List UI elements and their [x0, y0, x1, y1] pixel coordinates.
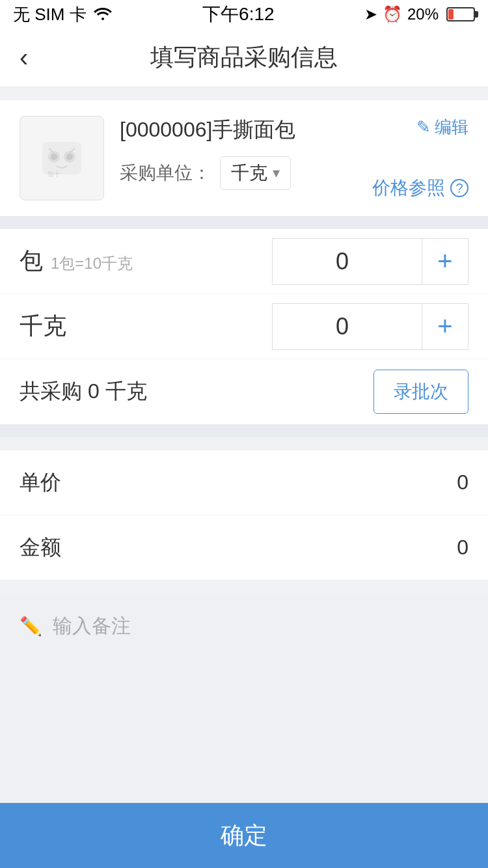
- kg-label: 千克: [20, 310, 66, 342]
- nav-bar: ‹ 填写商品采购信息: [0, 29, 488, 87]
- location-icon: ➤: [364, 5, 377, 23]
- bao-label: 包: [20, 245, 43, 277]
- kg-plus-button[interactable]: +: [422, 303, 468, 350]
- product-logo: 智十: [36, 139, 88, 178]
- back-button[interactable]: ‹: [20, 43, 28, 72]
- input-section: 包 1包=10千克 + 千克 +: [0, 229, 488, 359]
- info-icon: ?: [450, 179, 468, 197]
- edit-icon: ✎: [416, 117, 431, 137]
- section-divider-1: [0, 216, 488, 229]
- total-text: 共采购 0 千克: [20, 377, 147, 406]
- wifi-icon: [93, 5, 113, 25]
- status-right: ➤ ⏰ 20%: [364, 5, 475, 23]
- bao-label-group: 包 1包=10千克: [20, 245, 272, 277]
- unit-value: 千克: [231, 161, 267, 185]
- confirm-button[interactable]: 确定: [0, 803, 488, 868]
- price-ref-label: 价格参照: [372, 176, 445, 200]
- status-time: 下午6:12: [202, 2, 275, 27]
- page-title: 填写商品采购信息: [150, 42, 338, 74]
- kg-input-row: 千克 +: [0, 294, 488, 359]
- unit-label: 采购单位：: [120, 161, 211, 185]
- svg-point-3: [51, 154, 57, 160]
- alarm-icon: ⏰: [383, 5, 402, 23]
- amount-value: 0: [457, 536, 468, 560]
- confirm-label: 确定: [221, 820, 267, 852]
- product-image: 智十: [20, 116, 104, 200]
- svg-point-4: [66, 154, 73, 160]
- pencil-icon: ✏️: [20, 616, 42, 637]
- kg-label-group: 千克: [20, 310, 272, 342]
- kg-input-right: +: [272, 303, 468, 350]
- svg-rect-0: [42, 142, 81, 174]
- unit-price-row: 单价 0: [0, 450, 488, 515]
- notes-section[interactable]: ✏️ 输入备注: [0, 593, 488, 659]
- kg-quantity-input[interactable]: [272, 303, 422, 350]
- total-row: 共采购 0 千克 录批次: [0, 359, 488, 424]
- svg-text:智十: 智十: [47, 170, 61, 178]
- unit-price-label: 单价: [20, 468, 61, 497]
- unit-dropdown[interactable]: 千克 ▾: [220, 156, 291, 190]
- price-ref-button[interactable]: 价格参照 ?: [372, 176, 468, 200]
- bao-input-right: +: [272, 238, 468, 285]
- edit-label: 编辑: [435, 116, 468, 139]
- unit-price-value: 0: [457, 470, 468, 495]
- bao-plus-button[interactable]: +: [422, 238, 468, 285]
- battery-pct: 20%: [407, 5, 439, 23]
- battery-icon: [446, 7, 475, 21]
- dropdown-arrow-icon: ▾: [273, 165, 280, 182]
- amount-label: 金额: [20, 534, 61, 562]
- status-left: 无 SIM 卡: [13, 3, 113, 26]
- amount-row: 金额 0: [0, 515, 488, 580]
- status-bar: 无 SIM 卡 下午6:12 ➤ ⏰ 20%: [0, 0, 488, 29]
- notes-placeholder: 输入备注: [53, 613, 131, 640]
- section-divider-2: [0, 424, 488, 437]
- bao-input-row: 包 1包=10千克 +: [0, 229, 488, 294]
- batch-button[interactable]: 录批次: [373, 370, 468, 414]
- bao-quantity-input[interactable]: [272, 238, 422, 285]
- price-section: 单价 0 金额 0: [0, 450, 488, 580]
- product-card: 智十 [0000006]手撕面包 采购单位： 千克 ▾ ✎ 编辑 价格参照 ?: [0, 100, 488, 216]
- sim-label: 无 SIM 卡: [13, 3, 87, 26]
- bao-sub-label: 1包=10千克: [51, 253, 133, 274]
- edit-button[interactable]: ✎ 编辑: [416, 116, 468, 139]
